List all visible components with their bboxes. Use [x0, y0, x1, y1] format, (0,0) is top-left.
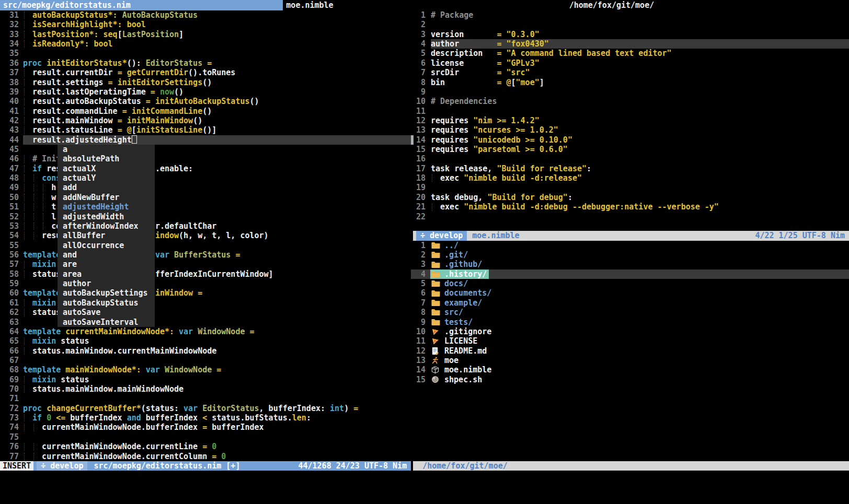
tab-3[interactable]: /home/fox/git/moe/	[566, 0, 849, 10]
file-row[interactable]: 1 ../	[411, 241, 849, 250]
line-number: 76	[0, 442, 19, 451]
code-line[interactable]: 6license = "GPLv3"	[411, 58, 849, 68]
popup-item[interactable]: a	[58, 145, 155, 154]
popup-item[interactable]: actualY	[58, 173, 155, 183]
file-row[interactable]: 3 .github/	[411, 260, 849, 269]
file-row[interactable]: 13 moe	[411, 356, 849, 365]
code-line[interactable]: 5description = "A command lined based te…	[411, 49, 849, 58]
code-line[interactable]: 19	[411, 183, 849, 192]
code-line[interactable]: 39 result.lastOperatingTime = now()	[0, 87, 411, 97]
file-row[interactable]: 9 tests/	[411, 318, 849, 327]
popup-item[interactable]: adjustedWidth	[58, 212, 155, 221]
line-number: 4	[411, 39, 426, 49]
line-number: 38	[0, 78, 19, 87]
nimble-editor-pane[interactable]: 1# Package23version = "0.3.0"4author = "…	[411, 10, 849, 231]
autocomplete-popup[interactable]: aabsolutePathactualXactualYaddaddNewBuff…	[58, 145, 155, 327]
file-row[interactable]: 15 shpec.sh	[411, 375, 849, 384]
code-line[interactable]	[411, 221, 849, 231]
code-line[interactable]: 15requires "parsetoml >= 0.6.0"	[411, 145, 849, 154]
file-browser-pane[interactable]: 1 ../2 .git/3 .github/4 .history/5 docs/…	[411, 241, 849, 461]
code-line[interactable]: 43 result.statusLine = @[initStatusLine(…	[0, 125, 411, 135]
code-line[interactable]: 2	[411, 20, 849, 29]
popup-item[interactable]: allOccurrence	[58, 241, 155, 250]
file-row[interactable]: 2 .git/	[411, 250, 849, 260]
code-line[interactable]: 14requires "unicodedb >= 0.10.0"	[411, 135, 849, 145]
code-line[interactable]: 68template mainWindowNode*: var WindowNo…	[0, 365, 411, 374]
code-line[interactable]: 69 mixin status	[0, 375, 411, 384]
code-line[interactable]: 74 currentMainWindowNode.bufferIndex = b…	[0, 423, 411, 432]
code-line[interactable]: 20task debug, "Build for debug":	[411, 193, 849, 202]
file-row[interactable]: 7 example/	[411, 298, 849, 308]
file-row[interactable]: 4 .history/	[411, 269, 849, 279]
popup-item[interactable]: addNewBuffer	[58, 193, 155, 202]
file-row[interactable]: 12 README.md	[411, 346, 849, 356]
file-row[interactable]: 11 LICENSE	[411, 336, 849, 346]
code-line[interactable]: 32 isSearchHighlight*: bool	[0, 20, 411, 29]
code-line[interactable]: 65 mixin status	[0, 336, 411, 346]
code-line[interactable]: 40 result.autoBackupStatus = initAutoBac…	[0, 97, 411, 106]
code-line[interactable]: 77 currentMainWindowNode.currentColumn =…	[0, 452, 411, 461]
code-line[interactable]: 22	[411, 212, 849, 221]
code-line[interactable]: 7srcDir = "src"	[411, 68, 849, 77]
popup-item[interactable]: adjustedHeight	[58, 202, 155, 212]
line-number: 64	[0, 327, 19, 336]
code-line[interactable]: 21 exec "nimble build -d:debug --debugge…	[411, 202, 849, 212]
popup-item[interactable]: and	[58, 250, 155, 260]
popup-item[interactable]: autoSaveInterval	[58, 318, 155, 327]
popup-item[interactable]: allBuffer	[58, 231, 155, 240]
popup-item[interactable]: autoSave	[58, 308, 155, 317]
line-number: 22	[411, 212, 426, 221]
code-line[interactable]: 16	[411, 154, 849, 163]
popup-item[interactable]: actualX	[58, 164, 155, 173]
code-line[interactable]: 9	[411, 87, 849, 97]
code-line[interactable]: 37 result.currentDir = getCurrentDir().t…	[0, 68, 411, 77]
popup-item[interactable]: autoBackupStatus	[58, 298, 155, 308]
code-line[interactable]: 38 result.settings = initEditorSettings(…	[0, 78, 411, 87]
code-line[interactable]: 71	[0, 394, 411, 403]
file-row[interactable]: 14 moe.nimble	[411, 365, 849, 374]
file-row[interactable]: 8 src/	[411, 308, 849, 317]
file-row[interactable]: 5 docs/	[411, 279, 849, 288]
popup-item[interactable]: are	[58, 260, 155, 269]
code-line[interactable]: 18 exec "nimble build -d:release"	[411, 173, 849, 183]
code-line[interactable]: 13requires "ncurses >= 1.0.2"	[411, 125, 849, 135]
code-line[interactable]: 44 result.adjustedHeight	[0, 135, 411, 145]
code-line[interactable]: 11	[411, 107, 849, 116]
file-row[interactable]: 10 .gitignore	[411, 327, 849, 336]
code-line[interactable]: 72proc changeCurrentBuffer*(status: var …	[0, 404, 411, 413]
code-line[interactable]: 67	[0, 356, 411, 365]
popup-item[interactable]: autoBackupSettings	[58, 288, 155, 298]
tab-1[interactable]: src/moepkg/editorstatus.nim	[0, 0, 283, 10]
popup-item[interactable]: area	[58, 269, 155, 279]
popup-item[interactable]: absolutePath	[58, 154, 155, 163]
code-line[interactable]: 66 status.mainWindow.currentMainWindowNo…	[0, 346, 411, 356]
code-line[interactable]: 70 status.mainWindow.mainWindowNode	[0, 384, 411, 394]
tab-2[interactable]: moe.nimble	[283, 0, 566, 10]
file-row[interactable]: 6 documents/	[411, 288, 849, 298]
code-line[interactable]: 76 currentMainWindowNode.currentLine = 0	[0, 442, 411, 451]
code-line[interactable]: 33 lastPosition*: seq[LastPosition]	[0, 30, 411, 39]
code-line[interactable]: 41 result.commandLine = initCommandLine(…	[0, 107, 411, 116]
code-line[interactable]: 8bin = @["moe"]	[411, 78, 849, 87]
popup-item[interactable]: afterWindowIndex	[58, 221, 155, 231]
code-line[interactable]: 1# Package	[411, 10, 849, 20]
code-editor-pane[interactable]: 31 autoBackupStatus*: AutoBackupStatus32…	[0, 10, 411, 461]
line-number: 1	[411, 10, 426, 20]
code-line[interactable]: 75	[0, 432, 411, 442]
command-line[interactable]	[0, 471, 849, 503]
code-line[interactable]: 12requires "nim >= 1.4.2"	[411, 116, 849, 125]
popup-item[interactable]: author	[58, 279, 155, 288]
code-line[interactable]: 4author = "fox0430"	[411, 39, 849, 49]
line-number: 2	[411, 20, 426, 29]
code-line[interactable]: 34 isReadonly*: bool	[0, 39, 411, 49]
code-line[interactable]: 10# Dependencies	[411, 97, 849, 106]
code-line[interactable]: 73 if 0 <= bufferIndex and bufferIndex <…	[0, 413, 411, 423]
code-line[interactable]: 36proc initEditorStatus*(): EditorStatus…	[0, 58, 411, 68]
code-line[interactable]: 31 autoBackupStatus*: AutoBackupStatus	[0, 10, 411, 20]
code-line[interactable]: 3version = "0.3.0"	[411, 30, 849, 39]
code-line[interactable]: 17task release, "Build for release":	[411, 164, 849, 173]
popup-item[interactable]: add	[58, 183, 155, 192]
code-line[interactable]: 64template currentMainWindowNode*: var W…	[0, 327, 411, 336]
code-line[interactable]: 35	[0, 49, 411, 58]
code-line[interactable]: 42 result.mainWindow = initMainWindow()	[0, 116, 411, 125]
